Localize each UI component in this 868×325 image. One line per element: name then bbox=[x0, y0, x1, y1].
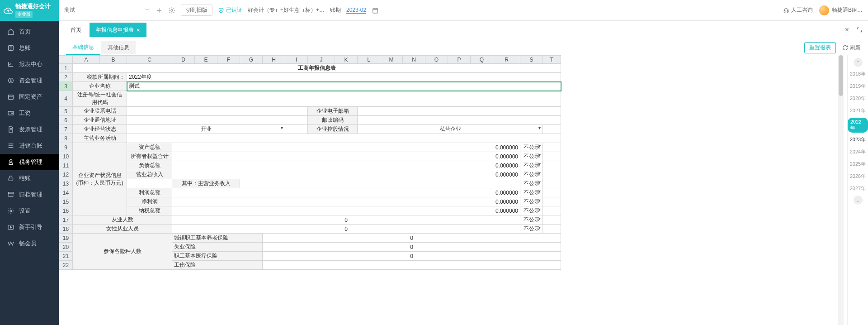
cell[interactable] bbox=[127, 107, 308, 116]
col-header[interactable]: T bbox=[543, 56, 561, 64]
disclose-select[interactable]: 不公示 bbox=[520, 206, 543, 215]
insurance-label[interactable]: 职工基本医疗保险 bbox=[172, 252, 263, 261]
cell[interactable] bbox=[543, 143, 561, 152]
row-header[interactable]: 2 bbox=[59, 73, 73, 82]
disclose-select[interactable]: 不公示 bbox=[520, 188, 543, 197]
metric-value[interactable]: 0.000000 bbox=[172, 152, 520, 161]
cell-label[interactable]: 注册号/统一社会信用代码 bbox=[73, 91, 127, 107]
sidebar-item-funds[interactable]: 资金管理 bbox=[0, 72, 59, 89]
female-value[interactable]: 0 bbox=[172, 225, 520, 234]
metric-value[interactable]: 0.000000 bbox=[172, 161, 520, 170]
col-header[interactable]: K bbox=[335, 56, 358, 64]
cell[interactable] bbox=[543, 170, 561, 179]
disclose-select[interactable]: 不公示 bbox=[520, 143, 543, 152]
cell-label[interactable]: 企业通信地址 bbox=[73, 116, 127, 125]
col-header[interactable]: L bbox=[358, 56, 380, 64]
expand-icon[interactable] bbox=[856, 27, 863, 33]
plus-icon[interactable] bbox=[156, 7, 163, 14]
row-header[interactable]: 14 bbox=[59, 188, 73, 197]
disclose-select[interactable]: 不公示 bbox=[520, 179, 543, 188]
sidebar-item-ledger[interactable]: 总账 bbox=[0, 40, 59, 56]
col-header[interactable]: J bbox=[308, 56, 335, 64]
row-header[interactable]: 20 bbox=[59, 243, 73, 252]
sub-revenue-label[interactable]: 其中：主营业务收入 bbox=[172, 179, 240, 188]
insurance-label[interactable]: 失业保险 bbox=[172, 243, 263, 252]
gear-icon[interactable] bbox=[168, 7, 175, 14]
row-header[interactable]: 16 bbox=[59, 206, 73, 215]
col-header[interactable]: B bbox=[100, 56, 127, 64]
metric-label[interactable]: 利润总额 bbox=[127, 188, 172, 197]
year-option-active[interactable]: 2022年 bbox=[848, 118, 868, 133]
reset-button[interactable]: 重置报表 bbox=[804, 42, 836, 53]
sidebar-item-settings[interactable]: 设置 bbox=[0, 203, 59, 219]
cell[interactable] bbox=[358, 116, 561, 125]
cell[interactable] bbox=[543, 206, 561, 215]
row-header[interactable]: 1 bbox=[59, 64, 73, 73]
col-header[interactable]: A bbox=[73, 56, 100, 64]
insurance-value[interactable]: 0 bbox=[263, 234, 561, 243]
company-name-cell[interactable]: 测试 bbox=[127, 82, 561, 91]
year-option[interactable]: 2026年 bbox=[849, 171, 867, 182]
cell[interactable] bbox=[543, 215, 561, 225]
metric-value[interactable]: 0.000000 bbox=[172, 206, 520, 215]
sidebar-item-guide[interactable]: 新手引导 bbox=[0, 219, 59, 235]
row-header[interactable]: 9 bbox=[59, 143, 73, 152]
switch-old-button[interactable]: 切到旧版 bbox=[181, 5, 212, 16]
period-value[interactable]: 2023-02 bbox=[346, 7, 366, 14]
period-value-cell[interactable]: 2022年度 bbox=[127, 73, 561, 82]
disclose-select[interactable]: 不公示 bbox=[520, 152, 543, 161]
year-option[interactable]: 2027年 bbox=[849, 183, 867, 194]
cell[interactable] bbox=[358, 107, 561, 116]
year-option[interactable]: 2020年 bbox=[849, 93, 867, 104]
row-header[interactable]: 22 bbox=[59, 261, 73, 270]
holding-select[interactable]: 私营企业 bbox=[358, 125, 543, 134]
row-header[interactable]: 3 bbox=[59, 82, 73, 91]
metric-label[interactable]: 净利润 bbox=[127, 197, 172, 206]
refresh-button[interactable]: 刷新 bbox=[842, 44, 861, 52]
status-select[interactable]: 开业 bbox=[127, 125, 285, 134]
cell[interactable] bbox=[543, 125, 561, 134]
insurance-label[interactable]: 城镇职工基本养老保险 bbox=[172, 234, 263, 243]
row-header[interactable]: 18 bbox=[59, 225, 73, 234]
cell-label[interactable]: 企业名称 bbox=[73, 82, 127, 91]
sidebar-item-member[interactable]: 畅会员 bbox=[0, 235, 59, 252]
year-option[interactable]: 2023年 bbox=[849, 134, 867, 145]
year-option[interactable]: 2021年 bbox=[849, 105, 867, 116]
support-link[interactable]: 人工咨询 bbox=[783, 6, 813, 14]
spreadsheet[interactable]: A B C D E F G H I J K L M bbox=[59, 55, 847, 325]
corner-cell[interactable] bbox=[59, 56, 73, 64]
disclose-select[interactable]: 不公示 bbox=[520, 225, 543, 234]
sidebar-item-invoice[interactable]: 发票管理 bbox=[0, 121, 59, 138]
row-header[interactable]: 6 bbox=[59, 116, 73, 125]
cell[interactable] bbox=[240, 179, 520, 188]
cell-label[interactable]: 企业电子邮箱 bbox=[308, 107, 358, 116]
col-header[interactable]: N bbox=[403, 56, 425, 64]
cell-label[interactable]: 邮政编码 bbox=[308, 116, 358, 125]
col-header[interactable]: I bbox=[285, 56, 308, 64]
cell-label[interactable]: 女性从业人员 bbox=[73, 225, 172, 234]
row-header[interactable]: 11 bbox=[59, 161, 73, 170]
year-up-button[interactable]: ⌃ bbox=[854, 58, 863, 67]
company-selector[interactable]: 测试 ﹀ bbox=[64, 6, 150, 14]
row-header[interactable]: 15 bbox=[59, 197, 73, 206]
cell[interactable] bbox=[543, 161, 561, 170]
row-header[interactable]: 4 bbox=[59, 91, 73, 107]
col-header[interactable]: F bbox=[217, 56, 240, 64]
sidebar-item-close[interactable]: 结账 bbox=[0, 170, 59, 186]
disclose-select[interactable]: 不公示 bbox=[520, 161, 543, 170]
row-header[interactable]: 8 bbox=[59, 134, 73, 143]
year-option[interactable]: 2024年 bbox=[849, 147, 867, 157]
year-option[interactable]: 2025年 bbox=[849, 159, 867, 169]
col-header[interactable]: D bbox=[172, 56, 195, 64]
metric-value[interactable]: 0.000000 bbox=[172, 197, 520, 206]
cell[interactable] bbox=[127, 91, 561, 107]
scrollbar-thumb[interactable] bbox=[839, 55, 843, 96]
sidebar-item-archive[interactable]: 归档管理 bbox=[0, 186, 59, 203]
sidebar-item-assets[interactable]: 固定资产 bbox=[0, 89, 59, 105]
user-menu[interactable]: 畅捷通B组… bbox=[819, 5, 863, 15]
close-all-icon[interactable]: × bbox=[845, 26, 849, 34]
row-header[interactable]: 19 bbox=[59, 234, 73, 243]
year-option[interactable]: 2018年 bbox=[849, 69, 867, 79]
brand-logo[interactable]: 畅捷通好会计 专业版 bbox=[0, 0, 59, 21]
row-header[interactable]: 21 bbox=[59, 252, 73, 261]
